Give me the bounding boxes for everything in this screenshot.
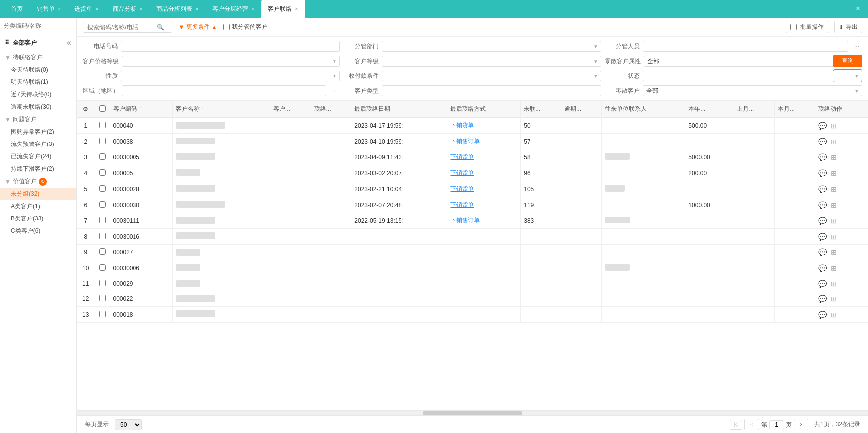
main-search-input[interactable]	[87, 24, 157, 31]
sidebar-item-class-c[interactable]: C类客户(6)	[0, 225, 76, 237]
select-all-col[interactable]	[95, 101, 110, 118]
sidebar-item-today[interactable]: 今天待联络(0)	[0, 64, 76, 76]
first-page-btn[interactable]: K	[730, 420, 742, 430]
grid-icon[interactable]: ⊞	[831, 264, 837, 272]
message-icon[interactable]: 💬	[818, 295, 827, 303]
tab-product-analysis-close[interactable]: ×	[139, 6, 142, 12]
grid-icon[interactable]: ⊞	[831, 122, 837, 130]
my-customer-checkbox[interactable]: 我分管的客户	[223, 23, 267, 31]
row-action[interactable]: 💬 ⊞	[815, 245, 868, 260]
sidebar-item-class-a[interactable]: A类客户(1)	[0, 200, 76, 213]
tab-product-list[interactable]: 商品分析列表 ×	[149, 0, 205, 18]
row-last-way[interactable]: 下销货单	[447, 118, 521, 134]
per-page-select[interactable]: 50 100 200	[115, 419, 142, 430]
page-number-input[interactable]	[769, 420, 784, 429]
tab-sales-close[interactable]: ×	[58, 6, 61, 12]
row-action[interactable]: 💬 ⊞	[815, 307, 868, 323]
all-customers-header[interactable]: ⠿ 全部客户 «	[0, 34, 76, 51]
tab-sales[interactable]: 销售单 ×	[30, 0, 67, 18]
last-way-link[interactable]: 下销售订单	[450, 138, 480, 144]
retail-customer-select[interactable]: 全部	[643, 85, 862, 96]
grid-icon[interactable]: ⊞	[831, 233, 837, 241]
search-box[interactable]: 🔍	[83, 22, 172, 33]
grid-icon[interactable]: ⊞	[831, 217, 837, 225]
last-way-link[interactable]: 下销售订单	[450, 217, 480, 224]
sidebar-item-tomorrow[interactable]: 明天待联络(1)	[0, 76, 76, 88]
refresh-icon[interactable]: ↻	[39, 178, 47, 186]
sidebar-section-problem[interactable]: ▼ 问题客户	[0, 113, 76, 126]
prev-page-btn[interactable]: ＜	[744, 419, 759, 430]
row-action[interactable]: 💬 ⊞	[815, 165, 868, 181]
main-search-icon[interactable]: 🔍	[157, 24, 164, 31]
row-action[interactable]: 💬 ⊞	[815, 276, 868, 291]
batch-op-btn[interactable]: 批量操作	[786, 21, 828, 33]
row-check[interactable]	[95, 181, 110, 197]
sidebar-item-unclassified[interactable]: 未分组(32)	[0, 188, 76, 200]
row-check[interactable]	[95, 213, 110, 229]
next-page-btn[interactable]: ＞	[794, 419, 808, 430]
dept-select[interactable]	[382, 41, 601, 52]
sidebar-item-overdue[interactable]: 逾期未联络(30)	[0, 101, 76, 113]
payment-select[interactable]	[382, 71, 601, 81]
row-check[interactable]	[95, 291, 110, 307]
manager-dots-btn[interactable]: ···	[851, 41, 862, 51]
message-icon[interactable]: 💬	[818, 280, 827, 288]
message-icon[interactable]: 💬	[818, 138, 827, 145]
row-action[interactable]: 💬 ⊞	[815, 229, 868, 245]
row-check[interactable]	[95, 118, 110, 134]
row-action[interactable]: 💬 ⊞	[815, 118, 868, 134]
row-check[interactable]	[95, 197, 110, 213]
tab-purchase-close[interactable]: ×	[95, 6, 98, 12]
row-last-way[interactable]: 下销售订单	[447, 213, 521, 229]
settings-col-header[interactable]: ⚙	[77, 101, 95, 118]
row-last-way[interactable]: 下销货单	[447, 197, 521, 213]
row-check[interactable]	[95, 276, 110, 291]
message-icon[interactable]: 💬	[818, 122, 827, 130]
message-icon[interactable]: 💬	[818, 169, 827, 177]
customer-type-input[interactable]	[382, 85, 601, 96]
sidebar-search-box[interactable]: 🔍	[0, 18, 76, 34]
query-button[interactable]: 查询	[833, 55, 862, 67]
row-check[interactable]	[95, 165, 110, 181]
retail-attr-select[interactable]: 全部	[644, 56, 862, 67]
row-action[interactable]: 💬 ⊞	[815, 197, 868, 213]
sidebar-item-churned[interactable]: 已流失客户(24)	[0, 150, 76, 163]
sidebar-section-value[interactable]: ▼ 价值客户 ↻	[0, 175, 76, 188]
status-select[interactable]	[643, 71, 862, 81]
row-last-way[interactable]: 下销货单	[447, 149, 521, 165]
tab-customer-segment[interactable]: 客户分层经营 ×	[205, 0, 261, 18]
row-action[interactable]: 💬 ⊞	[815, 213, 868, 229]
message-icon[interactable]: 💬	[818, 201, 827, 209]
row-check[interactable]	[95, 245, 110, 260]
last-way-link[interactable]: 下销货单	[450, 185, 474, 192]
sidebar-search-input[interactable]	[4, 22, 77, 29]
grid-icon[interactable]: ⊞	[831, 248, 837, 256]
row-check[interactable]	[95, 134, 110, 149]
my-customer-check[interactable]	[223, 24, 230, 30]
window-close-button[interactable]: ×	[852, 4, 864, 13]
sidebar-item-declining[interactable]: 持续下滑客户(2)	[0, 163, 76, 175]
last-way-link[interactable]: 下销货单	[450, 153, 474, 160]
row-action[interactable]: 💬 ⊞	[815, 149, 868, 165]
region-dots-btn[interactable]: ···	[329, 86, 340, 96]
row-action[interactable]: 💬 ⊞	[815, 260, 868, 276]
tab-customer-segment-close[interactable]: ×	[251, 6, 254, 12]
sidebar-item-churn-warning[interactable]: 流失预警客户(3)	[0, 138, 76, 150]
message-icon[interactable]: 💬	[818, 264, 827, 272]
last-way-link[interactable]: 下销货单	[450, 122, 474, 129]
message-icon[interactable]: 💬	[818, 233, 827, 241]
sidebar-collapse-icon[interactable]: «	[67, 38, 71, 47]
batch-check[interactable]	[790, 24, 797, 30]
sidebar-item-7days[interactable]: 近7天待联络(0)	[0, 88, 76, 101]
row-check[interactable]	[95, 260, 110, 276]
tab-product-list-close[interactable]: ×	[195, 6, 198, 12]
grid-icon[interactable]: ⊞	[831, 169, 837, 177]
sidebar-section-pending[interactable]: ▼ 待联络客户	[0, 51, 76, 64]
grid-icon[interactable]: ⊞	[831, 280, 837, 288]
row-last-way[interactable]: 下销售订单	[447, 134, 521, 149]
sidebar-item-abnormal[interactable]: 囤购异常客户(2)	[0, 126, 76, 138]
select-all-checkbox[interactable]	[99, 105, 106, 112]
region-input[interactable]	[122, 85, 326, 96]
row-check[interactable]	[95, 229, 110, 245]
grid-icon[interactable]: ⊞	[831, 311, 837, 319]
